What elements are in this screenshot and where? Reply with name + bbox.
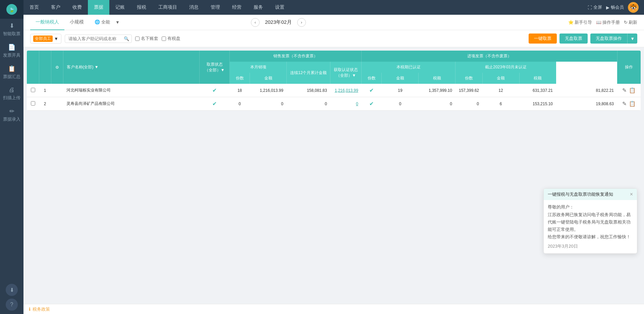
topnav-item-message[interactable]: 消息 bbox=[183, 0, 205, 15]
fullscreen-icon: ⛶ bbox=[588, 5, 592, 10]
row-edit-btn[interactable]: ✎ bbox=[622, 100, 627, 108]
topnav-item-manage[interactable]: 管理 bbox=[205, 0, 226, 15]
row-cert-status: ✔ bbox=[362, 84, 382, 97]
subtab-small[interactable]: 小规模 bbox=[64, 15, 89, 30]
sidebar-item-scan-upload[interactable]: 🖨 扫描上传 bbox=[0, 83, 23, 104]
topnav-item-settings[interactable]: 设置 bbox=[269, 0, 290, 15]
customer-search-input[interactable] bbox=[65, 35, 132, 43]
row-uncert-amount: 153,215.10 bbox=[519, 97, 556, 111]
th-purchase-cert-status[interactable]: 获取认证状态（全部）▼ bbox=[330, 62, 362, 84]
row-actions: ✎ 📋 bbox=[617, 97, 641, 111]
row-checkbox[interactable] bbox=[31, 88, 35, 92]
search-icon[interactable]: 🔍 bbox=[124, 36, 129, 41]
toolbar: 全部员工 ▼ 🔍 名下账套 有税盘 一键取票 无盘取票 无盘取票操作 ▼ bbox=[23, 30, 644, 47]
sidebar: 🍃 ⬇ 智能取票 📄 发票开具 📋 票据汇总 🖨 扫描上传 ✏ 票据录入 ⬇ ? bbox=[0, 0, 23, 314]
row-uncert-tax: 81,822.21 bbox=[556, 84, 617, 97]
row-cert-status: ✔ bbox=[362, 97, 382, 111]
th-sales-month: 本月销项 bbox=[230, 62, 287, 73]
row-cert-tax: 0 bbox=[455, 97, 482, 111]
new-guide-btn[interactable]: ⭐ 新手引导 bbox=[568, 19, 592, 25]
th-cert-tax: 税额 bbox=[419, 73, 455, 84]
refresh-icon: ↻ bbox=[624, 20, 628, 25]
period-nav: ‹ 2023年02月 › bbox=[251, 18, 306, 27]
sidebar-help-btn[interactable]: ? bbox=[6, 299, 18, 311]
app-logo[interactable]: 🍃 bbox=[0, 0, 23, 19]
row-sales-count: 18 bbox=[230, 84, 250, 97]
th-no bbox=[39, 51, 51, 84]
taxdisk-checkbox[interactable] bbox=[162, 37, 166, 41]
topnav-item-home[interactable]: 首页 bbox=[23, 0, 45, 15]
period-prev-btn[interactable]: ‹ bbox=[251, 18, 260, 27]
globe-icon: 🌐 bbox=[95, 19, 100, 24]
row-checkbox[interactable] bbox=[31, 101, 35, 106]
topnav-item-service[interactable]: 服务 bbox=[248, 0, 269, 15]
th-action: 操作 bbox=[617, 51, 641, 84]
row-sales-12m[interactable]: 1,216,013.99 bbox=[330, 84, 362, 97]
employee-select[interactable]: 全部员工 ▼ bbox=[30, 34, 61, 44]
search-wrap: 🔍 bbox=[65, 35, 132, 43]
topnav: 首页 客户 收费 票据 记账 报税 工商项目 消息 管理 经营 服务 设置 ⛶ … bbox=[23, 0, 644, 15]
topnav-item-tax[interactable]: 报税 bbox=[131, 0, 152, 15]
no-disk-ops-btn[interactable]: 无盘取票操作 bbox=[590, 34, 627, 44]
th-purchase-cert-period: 本税期已认证 bbox=[362, 62, 455, 73]
member-icon: ▶ bbox=[606, 5, 609, 10]
row-customer-name: 灵寿县尚泽矿产品有限公司 bbox=[63, 97, 200, 111]
member-btn[interactable]: ▶ 畅会员 bbox=[606, 4, 624, 10]
row-sales-12m[interactable]: 0 bbox=[330, 97, 362, 111]
invoice-table: ⚙ 客户名称(全部) ▼ 取票状态（全部）▼ 销售发票（不含作废票） 进项发票（… bbox=[27, 51, 641, 111]
sidebar-item-smart-fetch[interactable]: ⬇ 智能取票 bbox=[0, 19, 23, 40]
topnav-item-operation[interactable]: 经营 bbox=[226, 0, 248, 15]
th-uncert-tax: 税额 bbox=[519, 73, 556, 84]
topnav-right: ⛶ 全屏 ▶ 畅会员 🐯 bbox=[588, 2, 644, 13]
refresh-btn[interactable]: ↻ 刷新 bbox=[624, 19, 637, 25]
subtab-general[interactable]: 一般纳税人 bbox=[30, 15, 64, 30]
status-text[interactable]: 税务政策 bbox=[33, 306, 50, 312]
subaccount-checkbox[interactable] bbox=[135, 37, 140, 41]
row-checkbox-cell bbox=[27, 97, 39, 111]
notification-header: 一键报税与无盘取票功能恢复通知 × bbox=[544, 189, 637, 200]
period-next-btn[interactable]: › bbox=[297, 18, 306, 27]
row-cert-count: 19 bbox=[382, 84, 419, 97]
th-sales-count: 份数 bbox=[230, 73, 250, 84]
fullscreen-btn[interactable]: ⛶ 全屏 bbox=[588, 4, 602, 10]
subtab-expand-btn[interactable]: ▼ bbox=[115, 20, 120, 25]
sidebar-item-invoice-entry[interactable]: ✏ 票据录入 bbox=[0, 104, 23, 126]
topnav-items: 首页 客户 收费 票据 记账 报税 工商项目 消息 管理 经营 服务 设置 bbox=[23, 0, 290, 15]
no-disk-ops-dropdown-btn[interactable]: ▼ bbox=[627, 34, 637, 44]
topnav-item-business[interactable]: 工商项目 bbox=[152, 0, 183, 15]
user-avatar[interactable]: 🐯 bbox=[628, 2, 639, 13]
sidebar-item-invoice-summary[interactable]: 📋 票据汇总 bbox=[0, 62, 23, 83]
taxdisk-checkbox-label[interactable]: 有税盘 bbox=[162, 36, 180, 42]
topnav-item-billing[interactable]: 收费 bbox=[66, 0, 88, 15]
download-icon: ⬇ bbox=[9, 22, 14, 29]
sidebar-item-invoice-open[interactable]: 📄 发票开具 bbox=[0, 40, 23, 62]
row-gear bbox=[51, 97, 63, 111]
th-customer-name[interactable]: 客户名称(全部) ▼ bbox=[63, 51, 200, 84]
th-sales-12m: 连续12个月累计金额 bbox=[287, 62, 330, 84]
notification-body: 尊敬的用户：江苏政务网已恢复访问电子税务局功能，易代账一键登陆电子税务局与无盘取… bbox=[544, 200, 637, 253]
no-disk-fetch-btn[interactable]: 无盘取票 bbox=[559, 34, 588, 44]
row-edit-btn[interactable]: ✎ bbox=[622, 86, 627, 94]
subaccount-checkbox-label[interactable]: 名下账套 bbox=[135, 36, 158, 42]
row-detail-btn[interactable]: 📋 bbox=[628, 86, 636, 94]
notification-content: 尊敬的用户：江苏政务网已恢复访问电子税务局功能，易代账一键登陆电子税务局与无盘取… bbox=[548, 203, 633, 240]
th-sales-amount: 金额 bbox=[250, 73, 287, 84]
manual-btn[interactable]: 📖 操作手册 bbox=[596, 19, 620, 25]
one-key-fetch-btn[interactable]: 一键取票 bbox=[529, 34, 557, 44]
th-cert-count: 份数 bbox=[362, 73, 382, 84]
table-header-group-row: ⚙ 客户名称(全部) ▼ 取票状态（全部）▼ 销售发票（不含作废票） 进项发票（… bbox=[27, 51, 641, 62]
topnav-item-invoice[interactable]: 票据 bbox=[88, 0, 109, 15]
topnav-item-customer[interactable]: 客户 bbox=[45, 0, 66, 15]
th-fetch-status[interactable]: 取票状态（全部）▼ bbox=[200, 51, 230, 84]
book-icon: 📖 bbox=[596, 20, 601, 25]
employee-tag: 全部员工 bbox=[33, 36, 53, 42]
th-uncert-count: 份数 bbox=[455, 73, 482, 84]
notification-close-btn[interactable]: × bbox=[630, 191, 633, 197]
th-cert-amount: 金额 bbox=[382, 73, 419, 84]
notification-popup: 一键报税与无盘取票功能恢复通知 × 尊敬的用户：江苏政务网已恢复访问电子税务局功… bbox=[543, 188, 637, 254]
row-uncert-amount: 631,337.21 bbox=[519, 84, 556, 97]
row-detail-btn[interactable]: 📋 bbox=[628, 100, 636, 108]
topnav-item-bookkeeping[interactable]: 记账 bbox=[109, 0, 131, 15]
subtab-all[interactable]: 🌐 全能 bbox=[89, 15, 115, 30]
sidebar-download-btn[interactable]: ⬇ bbox=[6, 284, 18, 296]
